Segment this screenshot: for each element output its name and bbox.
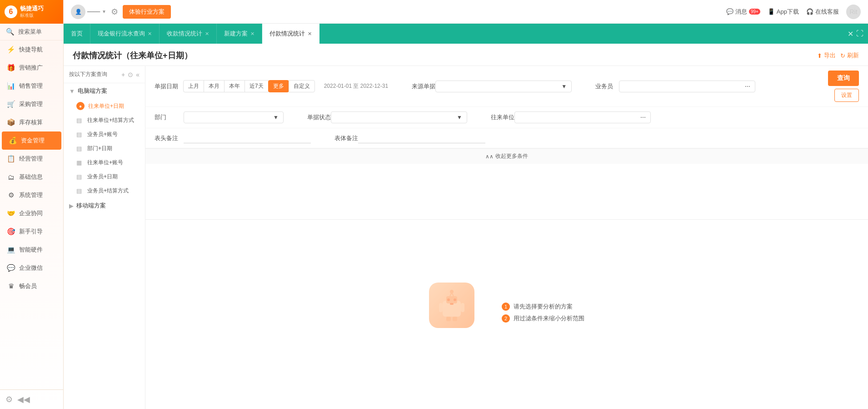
sidebar-item-search[interactable]: 🔍 搜索菜单	[0, 24, 63, 40]
gear-icon[interactable]: ⚙	[5, 394, 13, 404]
topbar-right-avatar[interactable]: Rit	[846, 5, 861, 19]
user-dropdown-icon[interactable]: ▼	[102, 9, 106, 14]
guide-icon: 🎯	[6, 227, 15, 236]
salesperson-dropdown-icon: ⋯	[745, 83, 750, 90]
right-area: 单据日期 上月 本月 本年 近7天 更多 自定义 2022-01-01 至 20…	[145, 66, 868, 409]
user-area[interactable]: 👤 ━━━━ ▼	[71, 5, 106, 19]
source-doc-select[interactable]: ▼	[435, 81, 572, 92]
sidebar-item-marketing[interactable]: 🎁 营销推广	[0, 59, 63, 77]
collapse-scheme-btn[interactable]: «	[136, 71, 140, 78]
sidebar-item-corp-collab[interactable]: 🤝 企业协同	[0, 204, 63, 222]
dept-dropdown-icon: ▼	[273, 114, 279, 121]
date-this-month-btn[interactable]: 本月	[204, 80, 224, 92]
smart-hw-icon: 💻	[6, 245, 15, 254]
tab-payment-stats-close[interactable]: ✕	[308, 31, 312, 37]
sidebar-item-corp-wechat[interactable]: 💬 企业微信	[0, 259, 63, 277]
tab-new-scheme-close[interactable]: ✕	[250, 31, 254, 37]
tab-new-scheme[interactable]: 新建方案 ✕	[217, 24, 262, 44]
sidebar-item-sales[interactable]: 📊 销售管理	[0, 77, 63, 95]
date-custom-btn[interactable]: 自定义	[289, 80, 315, 92]
scheme-icon-4: ▦	[76, 159, 84, 166]
collapse-conditions-btn[interactable]: ∧∧ 收起更多条件	[145, 148, 868, 164]
filter-panel: 单据日期 上月 本月 本年 近7天 更多 自定义 2022-01-01 至 20…	[145, 66, 868, 220]
tab-home[interactable]: 首页	[64, 24, 90, 44]
sidebar-item-vip[interactable]: ♛ 畅会员	[0, 277, 63, 295]
scheme-panel-header-title: 按以下方案查询	[69, 71, 107, 78]
sidebar-item-finance[interactable]: 💰 资金管理	[2, 131, 61, 150]
app-download-btn[interactable]: 📱 App下载	[768, 8, 799, 16]
filter-settings-btn[interactable]: 设置	[834, 89, 859, 102]
category-pc-label: 电脑端方案	[78, 87, 107, 95]
search-icon: 🔍	[5, 27, 15, 36]
tab-bank-flow[interactable]: 现金银行流水查询 ✕	[90, 24, 160, 44]
finance-icon: 💰	[8, 136, 17, 145]
sidebar-item-operations[interactable]: 📋 经营管理	[0, 150, 63, 168]
tab-home-label: 首页	[71, 30, 83, 38]
service-icon: 🎧	[806, 8, 813, 15]
corp-collab-icon: 🤝	[6, 209, 15, 218]
scheme-category-pc[interactable]: ▼ 电脑端方案	[64, 83, 145, 99]
tab-receipt-stats-close[interactable]: ✕	[205, 31, 209, 37]
maximize-btn[interactable]: ⛶	[856, 30, 863, 38]
date-7days-btn[interactable]: 近7天	[244, 80, 269, 92]
scheme-item-3[interactable]: ▤ 部门+日期	[64, 141, 145, 156]
svg-rect-5	[439, 303, 443, 312]
notification-btn[interactable]: 💬 消息 99+	[726, 8, 760, 16]
app-download-label: App下载	[777, 8, 799, 16]
robot-icon	[429, 283, 474, 328]
scheme-item-1[interactable]: ▤ 往来单位+结算方式	[64, 113, 145, 127]
customer-service-btn[interactable]: 🎧 在线客服	[806, 8, 839, 16]
purchase-icon: 🛒	[6, 100, 15, 109]
tab-bank-flow-close[interactable]: ✕	[148, 31, 152, 37]
app-name: 畅捷通巧	[20, 5, 44, 13]
filter-row-1: 单据日期 上月 本月 本年 近7天 更多 自定义 2022-01-01 至 20…	[145, 66, 868, 107]
hint-num-2: 2	[502, 314, 510, 323]
date-this-year-btn[interactable]: 本年	[224, 80, 245, 92]
sidebar-item-smart-hw[interactable]: 💻 智能硬件	[0, 241, 63, 259]
trial-btn[interactable]: 体验行业方案	[123, 5, 171, 19]
export-btn[interactable]: ⬆ 导出	[817, 51, 836, 60]
mobile-icon: 📱	[768, 8, 775, 15]
svg-rect-4	[450, 303, 454, 305]
add-scheme-btn[interactable]: +	[121, 71, 125, 78]
tab-receipt-stats[interactable]: 收款情况统计 ✕	[160, 24, 217, 44]
sidebar-item-quick-nav[interactable]: ⚡ 快捷导航	[0, 40, 63, 59]
header-note-input[interactable]	[184, 133, 311, 143]
scheme-category-mobile[interactable]: ▶ 移动端方案	[64, 198, 145, 213]
close-all-tabs-btn[interactable]: ✕	[848, 30, 853, 38]
query-btn[interactable]: 查询	[828, 71, 859, 86]
salesperson-label: 业务员	[595, 82, 619, 91]
scheme-item-4[interactable]: ▦ 往来单位+账号	[64, 156, 145, 170]
scheme-settings-btn[interactable]: ⊙	[128, 71, 133, 78]
main-area: 👤 ━━━━ ▼ ⚙ 体验行业方案 💬 消息 99+ 📱 App下载 🎧 在线客…	[64, 0, 868, 409]
doc-status-select[interactable]: ▼	[331, 111, 467, 123]
sidebar-item-purchase[interactable]: 🛒 采购管理	[0, 95, 63, 113]
tab-new-scheme-label: 新建方案	[224, 30, 248, 38]
counterpart-select[interactable]: ⋯	[514, 111, 651, 123]
salesperson-select[interactable]: ⋯	[619, 81, 755, 92]
body-note-input[interactable]	[358, 133, 485, 143]
dept-select[interactable]: ▼	[184, 111, 284, 123]
hint-text-2: 用过滤条件来缩小分析范围	[514, 314, 584, 323]
date-last-month-btn[interactable]: 上月	[183, 80, 204, 92]
scheme-item-2-label: 业务员+账号	[87, 131, 118, 138]
collapse-sidebar-icon[interactable]: ◀◀	[17, 394, 30, 404]
scheme-item-6[interactable]: ▤ 业务员+结算方式	[64, 184, 145, 198]
refresh-btn[interactable]: ↻ 刷新	[840, 51, 859, 60]
scheme-item-0[interactable]: ● 往来单位+日期	[64, 99, 145, 113]
settings-icon[interactable]: ⚙	[111, 7, 118, 17]
sys-admin-icon: ⚙	[6, 191, 15, 200]
tab-payment-stats[interactable]: 付款情况统计 ✕	[262, 24, 319, 44]
filter-row-3: 表头备注 表体备注	[145, 128, 868, 148]
scheme-item-5[interactable]: ▤ 业务员+日期	[64, 170, 145, 184]
sidebar-item-guide[interactable]: 🎯 新手引导	[0, 222, 63, 241]
date-filter-group: 上月 本月 本年 近7天 更多 自定义	[184, 80, 315, 92]
scheme-item-2[interactable]: ▤ 业务员+账号	[64, 127, 145, 141]
date-more-btn[interactable]: 更多	[268, 80, 289, 92]
sidebar-item-sys-admin[interactable]: ⚙ 系统管理	[0, 186, 63, 204]
refresh-icon: ↻	[840, 52, 845, 59]
sidebar-item-inventory[interactable]: 📦 库存核算	[0, 113, 63, 131]
sidebar-item-basic-info[interactable]: 🗂 基础信息	[0, 168, 63, 186]
scheme-icon-6: ▤	[76, 187, 84, 194]
corp-wechat-icon: 💬	[6, 263, 15, 273]
